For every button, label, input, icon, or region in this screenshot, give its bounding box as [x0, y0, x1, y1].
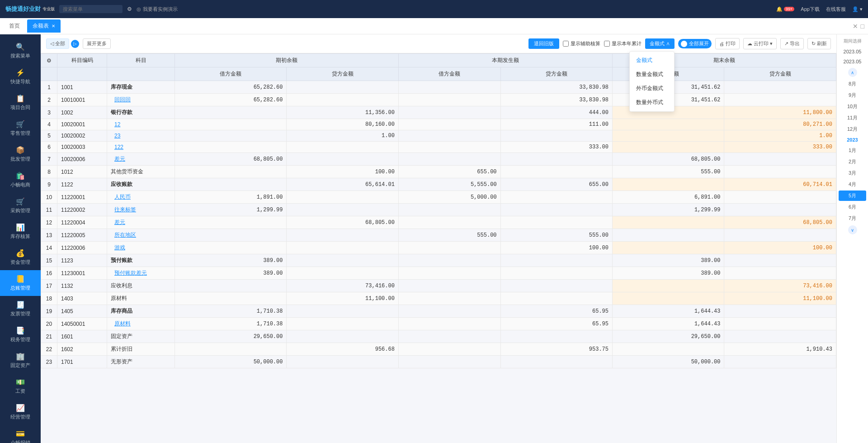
open-debit-cell: 65,282.60 [175, 81, 287, 94]
period-4[interactable]: 4月 [839, 179, 866, 190]
period-3[interactable]: 3月 [839, 168, 866, 178]
period-10[interactable]: 10月 [839, 101, 866, 112]
period-8[interactable]: 8月 [839, 79, 866, 89]
tab-close-icon[interactable]: ✕ [52, 24, 55, 29]
account-name-cell: 累计折旧 [107, 343, 175, 356]
sidebar-item-funds[interactable]: 💰 资金管理 [0, 244, 41, 270]
account-link[interactable]: 游戏 [114, 244, 125, 251]
format-dropdown-btn[interactable]: 金额式 ∧ [645, 38, 675, 49]
account-link[interactable]: 122 [114, 144, 123, 150]
expand-more-btn[interactable]: 展开更多 [83, 38, 111, 49]
sidebar-item-wholesale[interactable]: 📦 批发管理 [0, 141, 41, 167]
account-link[interactable]: 差元 [114, 156, 125, 162]
back-old-version-btn[interactable]: 退回旧版 [528, 38, 559, 49]
period-2[interactable]: 2月 [839, 157, 866, 167]
period-7[interactable]: 7月 [839, 213, 866, 224]
account-link[interactable]: 人民币 [114, 194, 131, 200]
online-service-btn[interactable]: 在线客服 [826, 6, 846, 13]
account-name-cell[interactable]: 预付账款差元 [107, 267, 175, 280]
account-name-cell[interactable]: 往来标签 [107, 204, 175, 216]
cloud-print-btn[interactable]: ☁ 云打印 ▾ [743, 38, 777, 49]
account-name-cell[interactable]: 122 [107, 142, 175, 153]
open-debit-cell [175, 216, 287, 229]
period-collapse-up[interactable]: ∧ [848, 68, 857, 77]
account-link[interactable]: 23 [114, 133, 120, 139]
nav-forward-btn[interactable]: ▷ [71, 40, 79, 48]
period-2023-05-1[interactable]: 2023.05 [839, 47, 866, 56]
account-link[interactable]: 12 [114, 121, 120, 128]
account-name-cell[interactable]: 12 [107, 119, 175, 130]
sidebar-item-operations[interactable]: 📈 经营管理 [0, 399, 41, 425]
sidebar-item-tax[interactable]: 📑 税务管理 [0, 322, 41, 348]
sidebar-item-reimbursement[interactable]: 💳 小畅报销 [0, 425, 41, 443]
curr-credit-cell [500, 130, 612, 142]
period-2023-05-2[interactable]: 2023.05 [839, 57, 866, 66]
period-9[interactable]: 9月 [839, 90, 866, 100]
export-btn[interactable]: ↗ 导出 [780, 38, 804, 49]
tab-balance-sheet[interactable]: 余额表 ✕ [27, 19, 61, 33]
account-name-cell[interactable]: 差元 [107, 216, 175, 229]
tab-close-all-icon[interactable]: ✕ [853, 23, 858, 30]
sidebar-item-search[interactable]: 🔍 搜索菜单 [0, 38, 41, 64]
sidebar-item-project[interactable]: 📋 项目合同 [0, 90, 41, 115]
account-link[interactable]: 原材料 [114, 320, 131, 327]
app-download-btn[interactable]: App下载 [801, 6, 820, 13]
user-avatar[interactable]: 👤 ▾ [852, 6, 863, 12]
period-6[interactable]: 6月 [839, 202, 866, 212]
notification-btn[interactable]: 🔔 99+ [776, 6, 794, 12]
ytd-checkbox-input[interactable] [604, 41, 610, 47]
account-link[interactable]: 预付账款差元 [114, 270, 147, 276]
account-link[interactable]: 回回回 [114, 96, 131, 103]
account-name-cell[interactable]: 差元 [107, 153, 175, 166]
format-option-amount[interactable]: 金额式 [630, 53, 674, 67]
open-credit-cell: 11,100.00 [287, 292, 398, 305]
demo-link[interactable]: ◎ 我要看实例演示 [137, 6, 178, 13]
tab-home[interactable]: 首页 [4, 19, 25, 33]
sidebar-item-salary[interactable]: 💵 工资 [0, 373, 41, 399]
close-debit-cell [613, 229, 724, 242]
account-name-cell[interactable]: 回回回 [107, 94, 175, 106]
period-1[interactable]: 1月 [839, 145, 866, 156]
format-option-foreign-amount[interactable]: 外币金额式 [630, 81, 674, 95]
tab-max-icon[interactable]: □ [861, 23, 864, 30]
curr-credit-cell: 33,830.98 [500, 94, 612, 106]
account-name-cell[interactable]: 所在地区 [107, 229, 175, 242]
account-name-cell[interactable]: 游戏 [107, 242, 175, 254]
sidebar-item-ecommerce[interactable]: 🛍️ 小畅电商 [0, 167, 41, 193]
period-12[interactable]: 12月 [839, 124, 866, 134]
account-name-cell[interactable]: 23 [107, 130, 175, 142]
sidebar-item-purchase[interactable]: 🛒 采购管理 [0, 193, 41, 219]
account-name-cell[interactable]: 人民币 [107, 191, 175, 204]
show-ytd-checkbox[interactable]: 显示本年累计 [604, 40, 642, 47]
sidebar-item-quick-nav[interactable]: ⚡ 快捷导航 [0, 64, 41, 90]
sidebar-item-ledger[interactable]: 📒 总账管理 [0, 270, 41, 296]
sidebar-item-assets[interactable]: 🏢 固定资产 [0, 348, 41, 373]
row-num-cell: 14 [41, 242, 57, 254]
sidebar-item-inventory[interactable]: 📊 库存核算 [0, 219, 41, 244]
project-icon: 📋 [16, 94, 25, 103]
format-option-qty-amount[interactable]: 数量金额式 [630, 67, 674, 81]
account-link[interactable]: 所在地区 [114, 232, 136, 238]
expand-all-toggle[interactable]: 全部展开 [678, 39, 712, 48]
sidebar-item-funds-label: 资金管理 [10, 259, 30, 266]
account-name-cell[interactable]: 原材料 [107, 318, 175, 330]
show-assist-checkbox[interactable]: 显示辅助核算 [563, 40, 600, 47]
settings-icon[interactable]: ⚙ [127, 6, 132, 12]
account-name-cell: 库存现金 [107, 81, 175, 94]
account-link[interactable]: 差元 [114, 219, 125, 225]
all-nav-btn[interactable]: ◁ 全部 [46, 38, 69, 49]
format-option-qty-foreign[interactable]: 数量外币式 [630, 95, 674, 110]
period-collapse-down[interactable]: ∨ [848, 225, 857, 234]
account-link[interactable]: 往来标签 [114, 206, 136, 213]
refresh-btn[interactable]: ↻ 刷新 [807, 38, 831, 49]
period-5[interactable]: 5月 [839, 191, 866, 201]
period-11[interactable]: 11月 [839, 113, 866, 123]
sidebar-item-retail[interactable]: 🛒 零售管理 [0, 115, 41, 141]
assist-checkbox-input[interactable] [563, 41, 569, 47]
global-search-input[interactable] [59, 5, 123, 13]
print-btn[interactable]: 🖨 打印 [715, 38, 740, 49]
settings-col-header[interactable]: ⚙ [41, 54, 57, 67]
curr-credit-cell [500, 216, 612, 229]
sidebar-item-invoice[interactable]: 🧾 发票管理 [0, 296, 41, 322]
close-credit-cell: 11,100.00 [724, 292, 836, 305]
